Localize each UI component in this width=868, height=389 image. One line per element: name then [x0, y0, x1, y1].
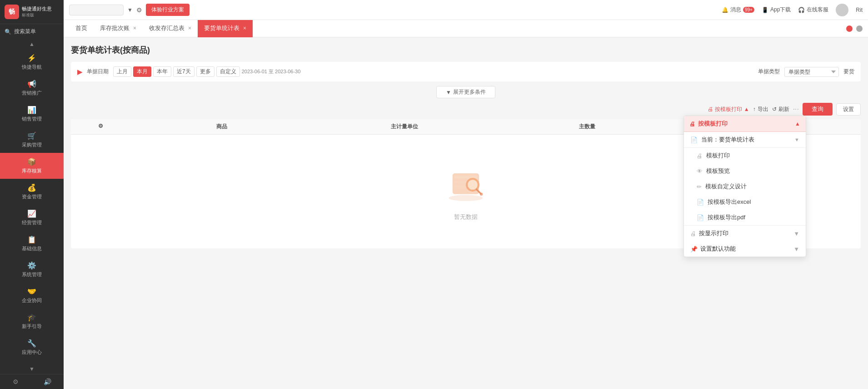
dropdown-template-preview[interactable]: 👁 模板预览 — [684, 163, 806, 179]
th-product: 商品 — [131, 123, 314, 131]
printer-icon: 🖨 — [708, 106, 713, 112]
inventory-icon: 📦 — [27, 157, 36, 166]
sidebar-logo: 畅 畅捷通好生意 标准版 — [0, 0, 64, 24]
date-btn-more[interactable]: 更多 — [196, 66, 215, 77]
marketing-icon: 📢 — [27, 80, 36, 88]
dropdown-current-item[interactable]: 📄 当前：要货单统计表 ▼ — [684, 132, 806, 147]
topbar-dropdown-btn[interactable]: ▼ — [127, 7, 133, 13]
more-icon[interactable]: ··· — [793, 105, 799, 113]
online-support-label: 在线客服 — [807, 6, 828, 14]
page-title: 要货单统计表(按商品) — [71, 45, 861, 56]
dropdown-template-print-label: 模板打印 — [706, 152, 730, 160]
purchase-icon: 🛒 — [27, 131, 36, 140]
tab-order-stats[interactable]: 要货单统计表 × — [198, 20, 253, 37]
appstore-icon: 🔧 — [27, 339, 36, 348]
query-btn[interactable]: 查询 — [803, 103, 833, 116]
sidebar-item-operation[interactable]: 📈 经营管理 — [0, 205, 64, 231]
display-print-chevron: ▼ — [793, 230, 799, 237]
tab-batch-ledger-close[interactable]: × — [133, 25, 136, 31]
topbar-search-input[interactable] — [69, 5, 124, 15]
template-print-icon: 🖨 — [697, 152, 703, 159]
sidebar-item-label: 快捷导航 — [22, 64, 42, 71]
sidebar-item-quick-nav[interactable]: ⚡ 快捷导航 — [0, 49, 64, 75]
dropdown-display-print[interactable]: 🖨 按显示打印 ▼ — [684, 226, 806, 241]
date-btn-custom[interactable]: 自定义 — [216, 66, 240, 77]
sidebar-item-marketing[interactable]: 📢 营销推广 — [0, 75, 64, 101]
settings-btn[interactable]: 设置 — [836, 103, 861, 116]
refresh-btn[interactable]: ↺ 刷新 — [772, 106, 789, 113]
dropdown-export-excel-label: 按模板导出excel — [708, 198, 751, 206]
online-support-btn[interactable]: 🎧 在线客服 — [798, 6, 828, 14]
sidebar-item-label: 企业协同 — [22, 297, 42, 304]
sidebar-item-purchase[interactable]: 🛒 采购管理 — [0, 127, 64, 153]
topbar-gear-icon[interactable]: ⚙ — [136, 6, 142, 14]
notifications-btn[interactable]: 🔔 消息 99+ — [722, 6, 754, 14]
dropdown-default-func[interactable]: 📌 设置默认功能 ▼ — [684, 241, 806, 257]
sidebar-item-appstore[interactable]: 🔧 应用中心 — [0, 334, 64, 360]
date-range-display: 2023-06-01 至 2023-06-30 — [242, 68, 301, 75]
sidebar-nav: ⚡ 快捷导航 📢 营销推广 📊 销售管理 🛒 采购管理 📦 库存核算 💰 资金管… — [0, 49, 64, 364]
filter-expand-btn[interactable]: ▶ — [77, 68, 82, 76]
tab-batch-ledger-label: 库存批次账 — [100, 24, 130, 32]
dropdown-close-chevron[interactable]: ▲ — [795, 121, 800, 127]
sidebar-search[interactable]: 🔍 搜索菜单 — [0, 24, 64, 39]
tab-home[interactable]: 首页 — [69, 20, 94, 37]
date-btn-this-month[interactable]: 本月 — [133, 66, 151, 77]
sidebar-item-inventory[interactable]: 📦 库存核算 — [0, 153, 64, 179]
sidebar-item-sales[interactable]: 📊 销售管理 — [0, 101, 64, 127]
dropdown-current-label: 当前：要货单统计表 — [701, 136, 754, 144]
dropdown-template-design[interactable]: ✏ 模板自定义设计 — [684, 179, 806, 194]
sidebar-item-label: 新手引导 — [22, 323, 42, 330]
dropdown-export-pdf[interactable]: 📄 按模板导出pdf — [684, 210, 806, 225]
default-func-chevron: ▼ — [793, 246, 799, 253]
tab-batch-ledger[interactable]: 库存批次账 × — [94, 20, 143, 37]
print-template-btn[interactable]: 🖨 按模板打印 ▲ — [708, 106, 749, 113]
app-download-btn[interactable]: 📱 App下载 — [762, 6, 791, 14]
sidebar-scroll-up[interactable]: ▲ — [0, 39, 64, 49]
avatar[interactable] — [836, 4, 848, 16]
window-controls — [846, 25, 863, 32]
sidebar-item-finance[interactable]: 💰 资金管理 — [0, 179, 64, 205]
refresh-icon: ↺ — [772, 106, 777, 112]
tab-order-stats-close[interactable]: × — [243, 25, 246, 31]
sidebar-bottom: ⚙ 🔊 — [0, 374, 64, 389]
bell-icon: 🔔 — [722, 7, 728, 13]
settings-bottom-icon[interactable]: ⚙ — [13, 378, 19, 385]
export-pdf-icon: 📄 — [697, 214, 704, 221]
sidebar-item-collab[interactable]: 🤝 企业协同 — [0, 283, 64, 308]
sidebar-scroll-down[interactable]: ▼ — [0, 364, 64, 374]
dropdown-export-pdf-label: 按模板导出pdf — [708, 213, 745, 222]
win-close-btn[interactable] — [846, 25, 853, 32]
date-btn-this-year[interactable]: 本年 — [153, 66, 171, 77]
type-filter-label: 单据类型 — [758, 68, 780, 76]
dropdown-template-print[interactable]: 🖨 模板打印 — [684, 148, 806, 163]
action-bar: 🖨 按模板打印 ▲ ↑ 导出 ↺ 刷新 ··· 查询 设置 — [71, 103, 861, 116]
sidebar-item-system[interactable]: ⚙️ 系统管理 — [0, 257, 64, 283]
sidebar-item-newbie[interactable]: 🎓 新手引导 — [0, 308, 64, 334]
export-label: 导出 — [758, 106, 768, 113]
sidebar-item-label: 库存核算 — [22, 167, 42, 174]
dropdown-template-design-label: 模板自定义设计 — [705, 182, 747, 191]
sidebar-item-label: 经营管理 — [22, 219, 42, 226]
tab-receipt-summary[interactable]: 收发存汇总表 × — [143, 20, 198, 37]
dropdown-header-title: 🖨 按模板打印 — [689, 120, 728, 128]
tab-home-label: 首页 — [75, 24, 87, 32]
tab-receipt-summary-close[interactable]: × — [188, 25, 191, 31]
sidebar-item-wechat[interactable]: 💬 企业微信 — [0, 360, 64, 364]
finance-icon: 💰 — [27, 183, 36, 192]
expand-more-btn[interactable]: ▼ 展开更多条件 — [436, 86, 495, 98]
operation-icon: 📈 — [27, 209, 36, 218]
date-btn-last-month[interactable]: 上月 — [113, 66, 131, 77]
action-right: 🖨 按模板打印 ▲ ↑ 导出 ↺ 刷新 ··· 查询 设置 — [708, 103, 861, 116]
filter-expand-row: ▼ 展开更多条件 — [71, 86, 861, 98]
speaker-icon[interactable]: 🔊 — [44, 378, 51, 385]
sidebar-item-basic[interactable]: 📋 基础信息 — [0, 231, 64, 257]
dropdown-printer-icon: 🖨 — [689, 121, 695, 127]
type-filter-select[interactable]: 单据类型 — [784, 67, 839, 77]
industry-btn[interactable]: 体验行业方案 — [146, 4, 190, 16]
export-btn[interactable]: ↑ 导出 — [753, 106, 768, 113]
win-max-btn[interactable] — [856, 25, 863, 32]
dropdown-export-excel[interactable]: 📄 按模板导出excel — [684, 194, 806, 210]
sidebar-item-label: 销售管理 — [22, 116, 42, 122]
date-btn-7days[interactable]: 近7天 — [173, 66, 195, 77]
